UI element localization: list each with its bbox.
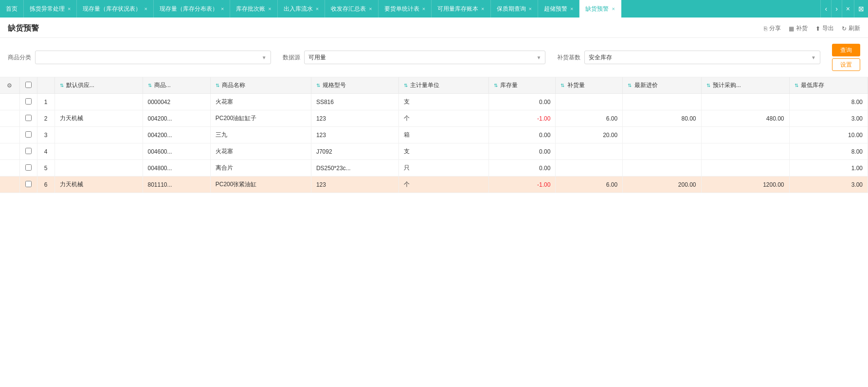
close-icon[interactable]: × [529,6,532,12]
tab-shortage[interactable]: 缺货预警 × [579,0,621,18]
close-icon[interactable]: × [481,6,484,12]
row-product-code: 0000042 [143,94,210,110]
col-spec: ⇅ 规格型号 [311,77,398,94]
tab-inout-flow[interactable]: 出入库流水 × [278,0,325,18]
category-select[interactable]: ▼ [35,51,271,64]
row-checkbox[interactable] [25,131,32,138]
row-unit: 支 [398,94,488,110]
table-row: 10000042火花塞SS816支0.008.00 [0,94,868,110]
tab-order-stats[interactable]: 要货单统计表 × [379,0,432,18]
col-estimated-purchase: ⇅ 预计采购... [701,77,789,94]
tab-close-all-button[interactable]: ⊠ [854,0,868,18]
share-button[interactable]: ⎘ 分享 [764,24,781,33]
tab-collect-summary-label: 收发存汇总表 [331,5,366,13]
row-estimated-purchase: 480.00 [701,110,789,127]
close-icon[interactable]: × [369,6,372,12]
tab-inventory-status-label: 现存量（库存状况表） [83,5,141,13]
row-estimated-purchase [701,143,789,160]
close-icon[interactable]: × [221,6,224,12]
row-checkbox-cell [19,94,37,110]
row-product-name: 火花塞 [210,143,311,160]
row-settings [0,94,19,110]
row-estimated-purchase [701,160,789,176]
gear-icon[interactable]: ⚙ [7,82,12,89]
chevron-down-icon: ▼ [811,55,816,60]
tab-expiry-query-label: 保质期查询 [497,5,526,13]
table-row: 5004800...离合片DS250*23c...只0.001.00 [0,160,868,176]
settings-button[interactable]: 设置 [832,58,860,71]
sort-icon: ⇅ [60,83,64,88]
row-stock: 0.00 [488,94,556,110]
close-icon[interactable]: × [422,6,425,12]
row-replenish [556,94,623,110]
replenish-base-select[interactable]: 安全库存 ▼ [584,51,820,64]
share-label: 分享 [769,24,781,33]
row-index: 5 [37,160,54,176]
close-icon[interactable]: × [68,6,71,12]
filter-bar: 商品分类 ▼ 数据源 可用量 ▼ 补货基数 安全库存 ▼ 查询 设置 [0,38,868,77]
row-spec: 123 [311,127,398,143]
sort-icon: ⇅ [404,83,408,88]
table-row: 6力天机械801110...PC200张紧油缸123个-1.006.00200.… [0,176,868,193]
row-unit: 只 [398,160,488,176]
datasource-select[interactable]: 可用量 ▼ [304,51,546,64]
shortage-table: ⚙ ⇅ 默认供应... ⇅ 商品... ⇅ [0,77,868,193]
col-supplier: ⇅ 默认供应... [54,77,143,94]
export-label: 导出 [822,24,834,33]
header-actions: ⎘ 分享 ▦ 补货 ⬆ 导出 ↻ 刷新 [764,24,860,33]
row-checkbox[interactable] [25,164,32,171]
tab-expiry-query[interactable]: 保质期查询 × [491,0,538,18]
row-stock: -1.00 [488,110,556,127]
table-row: 3004200...三九123箱0.0020.0010.00 [0,127,868,143]
row-stock: 0.00 [488,127,556,143]
close-icon[interactable]: × [144,6,147,12]
row-latest-price [623,160,701,176]
tab-abnormal[interactable]: 拣货异常处理 × [24,0,77,18]
row-checkbox[interactable] [25,181,32,187]
row-checkbox-cell [19,127,37,143]
tab-overstock[interactable]: 超储预警 × [538,0,579,18]
replenish-button[interactable]: ▦ 补货 [789,24,808,33]
row-replenish [556,143,623,160]
row-supplier [54,127,143,143]
col-settings: ⚙ [0,77,19,94]
refresh-button[interactable]: ↻ 刷新 [842,24,860,33]
close-icon[interactable]: × [316,6,319,12]
tab-prev-button[interactable]: ‹ [820,0,831,18]
row-product-code: 004600... [143,143,210,160]
col-checkbox-header [19,77,37,94]
sort-icon: ⇅ [148,83,152,88]
sort-icon: ⇅ [628,83,632,88]
row-replenish [556,160,623,176]
row-spec: 123 [311,110,398,127]
tab-shortage-label: 缺货预警 [585,5,609,13]
query-button[interactable]: 查询 [832,44,860,56]
close-icon[interactable]: × [570,6,573,12]
tab-inventory-dist[interactable]: 现存量（库存分布表） × [154,0,230,18]
sort-icon: ⇅ [706,83,710,88]
close-icon[interactable]: × [268,6,271,12]
tab-home-label: 首页 [6,5,18,13]
tab-home[interactable]: 首页 [0,0,24,18]
row-checkbox[interactable] [25,148,32,154]
row-product-name: 离合片 [210,160,311,176]
select-all-checkbox[interactable] [25,82,32,88]
tab-batch-account[interactable]: 库存批次账 × [230,0,277,18]
replenish-base-value: 安全库存 [589,53,612,62]
sort-icon: ⇅ [561,83,564,88]
tab-collect-summary[interactable]: 收发存汇总表 × [325,0,378,18]
tab-close-current-button[interactable]: × [842,0,854,18]
category-label: 商品分类 [8,53,31,62]
export-button[interactable]: ⬆ 导出 [815,24,834,33]
tab-available-ledger[interactable]: 可用量库存账本 × [432,0,490,18]
chevron-down-icon: ▼ [262,55,267,60]
row-latest-price [623,94,701,110]
tab-inventory-status[interactable]: 现存量（库存状况表） × [77,0,153,18]
row-unit: 支 [398,143,488,160]
row-checkbox[interactable] [25,115,32,121]
row-spec: SS816 [311,94,398,110]
tab-next-button[interactable]: › [831,0,842,18]
close-icon[interactable]: × [612,6,615,12]
row-min-stock: 3.00 [789,110,868,127]
row-checkbox[interactable] [25,98,32,105]
